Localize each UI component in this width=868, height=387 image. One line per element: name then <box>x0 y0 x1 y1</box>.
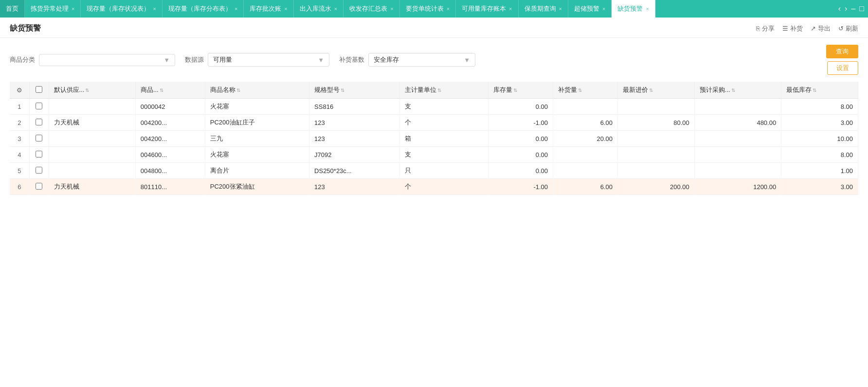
tab-overstock[interactable]: 超储预警 × <box>568 0 612 18</box>
row-unit-6: 个 <box>399 179 488 195</box>
filter-row: 商品分类 ▼ 数据源 可用量 ▼ 补货基数 安全库存 ▼ 查询 设置 <box>0 38 868 82</box>
row-checkbox-5[interactable] <box>36 167 42 174</box>
row-check-6[interactable] <box>29 179 49 195</box>
row-checkbox-6[interactable] <box>36 183 42 190</box>
row-num-2: 2 <box>10 115 29 131</box>
sort-product-name-icon[interactable]: ⇅ <box>236 88 240 93</box>
settings-button[interactable]: 设置 <box>827 61 858 75</box>
tab-close-bad-process[interactable]: × <box>72 6 74 12</box>
sort-replenish-icon[interactable]: ⇅ <box>578 88 582 93</box>
tab-close-avail-ledger[interactable]: × <box>509 6 512 12</box>
row-check-1[interactable] <box>29 99 49 115</box>
col-product-code: 商品...⇅ <box>135 82 205 99</box>
row-checkbox-2[interactable] <box>36 119 42 125</box>
replenish-base-value: 安全库存 <box>374 55 399 64</box>
tab-close-recv-summary[interactable]: × <box>390 6 393 12</box>
tab-shortage[interactable]: 缺货预警 × <box>612 0 655 18</box>
row-unit-3: 箱 <box>399 131 488 147</box>
row-checkbox-1[interactable] <box>36 103 42 109</box>
row-replenish-5 <box>553 163 618 179</box>
tab-avail-ledger[interactable]: 可用量库存账本 × <box>456 0 518 18</box>
tab-close-expiry[interactable]: × <box>559 6 562 12</box>
datasource-label: 数据源 <box>185 55 204 64</box>
row-spec-6: 123 <box>309 179 400 195</box>
replenish-button[interactable]: ☰ 补货 <box>782 24 803 33</box>
tab-home[interactable]: 首页 <box>0 0 25 18</box>
sort-est-purchase-icon[interactable]: ⇅ <box>731 88 735 93</box>
sort-spec-icon[interactable]: ⇅ <box>341 88 344 93</box>
table-row: 4 004600... 火花塞 J7092 支 0.00 8.00 <box>10 147 858 163</box>
tab-close-order-stat[interactable]: × <box>447 6 450 12</box>
row-check-4[interactable] <box>29 147 49 163</box>
tab-nav-right[interactable]: › <box>843 0 849 18</box>
row-latest-price-5 <box>618 163 695 179</box>
refresh-button[interactable]: ↺ 刷新 <box>838 24 858 33</box>
tab-close-inout-flow[interactable]: × <box>334 6 337 12</box>
replenish-base-select[interactable]: 安全库存 ▼ <box>368 53 475 67</box>
col-gear[interactable]: ⚙ <box>10 82 29 99</box>
category-select[interactable]: ▼ <box>39 54 175 66</box>
row-product-name-3: 三九 <box>205 131 309 147</box>
tab-nav-left[interactable]: ‹ <box>836 0 843 18</box>
sort-product-code-icon[interactable]: ⇅ <box>160 88 163 93</box>
row-check-5[interactable] <box>29 163 49 179</box>
row-checkbox-3[interactable] <box>36 135 42 141</box>
tab-close-stock-dist[interactable]: × <box>235 6 237 12</box>
table-header-row: ⚙ 默认供应...⇅ 商品...⇅ 商品名称⇅ 规格型号⇅ 主计量单位⇅ 库存量… <box>10 82 858 99</box>
table-row: 6 力天机械 801110... PC200张紧油缸 123 个 -1.00 6… <box>10 179 858 195</box>
tab-batch[interactable]: 库存批次账 × <box>244 0 293 18</box>
row-est-purchase-5 <box>694 163 781 179</box>
row-num-6: 6 <box>10 179 29 195</box>
row-stock-5: 0.00 <box>488 163 553 179</box>
row-check-3[interactable] <box>29 131 49 147</box>
row-spec-4: J7092 <box>309 147 400 163</box>
tab-recv-summary[interactable]: 收发存汇总表 × <box>344 0 399 18</box>
tab-inout-flow[interactable]: 出入库流水 × <box>294 0 344 18</box>
filter-category-group: 商品分类 ▼ <box>10 54 175 66</box>
tab-close-shortage[interactable]: × <box>646 6 649 12</box>
tab-minimize[interactable]: – <box>849 0 857 18</box>
row-supplier-4 <box>49 147 135 163</box>
tab-stock-dist[interactable]: 现存量（库存分布表） × <box>163 0 244 18</box>
replenish-base-label: 补货基数 <box>339 55 364 64</box>
sort-unit-icon[interactable]: ⇅ <box>437 88 441 93</box>
row-est-purchase-6: 1200.00 <box>694 179 781 195</box>
col-spec: 规格型号⇅ <box>309 82 400 99</box>
tab-order-stat[interactable]: 要货单统计表 × <box>400 0 456 18</box>
row-replenish-3: 20.00 <box>553 131 618 147</box>
row-latest-price-1 <box>618 99 695 115</box>
tab-stock-status[interactable]: 现存量（库存状况表） × <box>81 0 162 18</box>
row-checkbox-4[interactable] <box>36 151 42 158</box>
row-product-code-2: 004200... <box>135 115 205 131</box>
datasource-select[interactable]: 可用量 ▼ <box>208 53 329 67</box>
row-num-3: 3 <box>10 131 29 147</box>
share-button[interactable]: ⎘ 分享 <box>756 24 775 33</box>
tab-close-stock-status[interactable]: × <box>153 6 156 12</box>
filter-datasource-group: 数据源 可用量 ▼ <box>185 53 329 67</box>
sort-supplier-icon[interactable]: ⇅ <box>85 88 89 93</box>
col-min-stock: 最低库存⇅ <box>781 82 858 99</box>
row-min-stock-4: 8.00 <box>781 147 858 163</box>
row-latest-price-6: 200.00 <box>618 179 695 195</box>
row-product-name-6: PC200张紧油缸 <box>205 179 309 195</box>
row-unit-5: 只 <box>399 163 488 179</box>
row-check-2[interactable] <box>29 115 49 131</box>
col-check <box>29 82 49 99</box>
query-button[interactable]: 查询 <box>826 45 858 58</box>
row-product-code-4: 004600... <box>135 147 205 163</box>
row-supplier-3 <box>49 131 135 147</box>
tab-close-overstock[interactable]: × <box>602 6 605 12</box>
sort-latest-price-icon[interactable]: ⇅ <box>649 88 653 93</box>
row-stock-6: -1.00 <box>488 179 553 195</box>
tab-close-batch[interactable]: × <box>284 6 287 12</box>
tab-maximize[interactable]: □ <box>857 0 866 18</box>
select-all-checkbox[interactable] <box>36 86 42 93</box>
tab-bad-process[interactable]: 拣货异常处理 × <box>25 0 81 18</box>
row-stock-1: 0.00 <box>488 99 553 115</box>
tab-expiry[interactable]: 保质期查询 × <box>519 0 568 18</box>
row-min-stock-1: 8.00 <box>781 99 858 115</box>
export-button[interactable]: ↗ 导出 <box>811 24 831 33</box>
sort-min-stock-icon[interactable]: ⇅ <box>813 88 816 93</box>
sort-stock-icon[interactable]: ⇅ <box>513 88 517 93</box>
row-supplier-5 <box>49 163 135 179</box>
